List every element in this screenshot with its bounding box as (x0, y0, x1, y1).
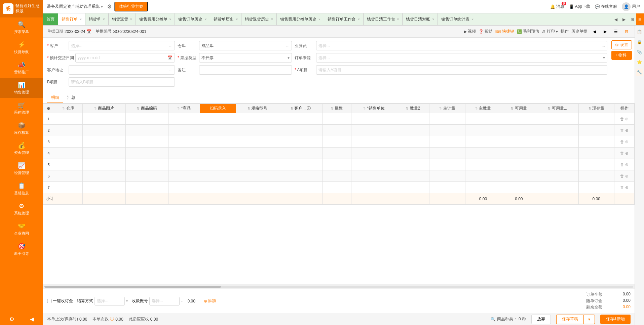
table-cell[interactable] (323, 148, 351, 159)
row-copy-icon[interactable]: ⊕ (625, 185, 629, 190)
tab-sales-invoice-history[interactable]: 销货单历史 × (210, 13, 241, 25)
th-avail-qty[interactable]: ⇅ 可用量 (501, 104, 537, 113)
table-cell[interactable] (578, 182, 614, 193)
right-panel-btn-5[interactable]: 🔧 (636, 69, 643, 76)
history-button[interactable]: 历史单据 (571, 29, 588, 34)
table-cell[interactable] (200, 170, 236, 182)
user-menu[interactable]: 👤 用户 (622, 2, 640, 11)
table-cell[interactable] (537, 136, 578, 148)
th-customer-code[interactable]: ⇅ 客户... ⓘ (279, 104, 323, 113)
table-cell[interactable] (279, 170, 323, 182)
th-warehouse[interactable]: ⇅ 仓库 (54, 104, 83, 113)
table-cell[interactable] (168, 182, 200, 193)
th-sales-unit[interactable]: ⇅ *销售单位 (351, 104, 397, 113)
tab-close-sales-stats[interactable]: × (471, 17, 473, 21)
table-cell[interactable] (168, 136, 200, 148)
table-cell[interactable] (279, 113, 323, 125)
tab-sales-order-history[interactable]: 销售订单历史 × (175, 13, 210, 25)
settle-method-input[interactable]: 选择... (94, 297, 125, 306)
table-cell[interactable] (200, 136, 236, 148)
table-cell[interactable] (236, 113, 279, 125)
table-cell[interactable] (465, 113, 501, 125)
table-cell[interactable] (501, 182, 537, 193)
table-cell[interactable] (168, 113, 200, 125)
sidebar-item-inventory[interactable]: 📦 库存核算 (0, 118, 43, 138)
table-cell[interactable] (465, 159, 501, 170)
sidebar-logo[interactable]: 畅 畅捷通好生意 标版 (0, 0, 43, 17)
table-cell[interactable] (351, 182, 397, 193)
table-cell[interactable] (125, 113, 168, 125)
th-stock-qty[interactable]: ⇅ 现存量 (578, 104, 614, 113)
tab-sales-fee[interactable]: 销售费用分摊单 × (136, 13, 175, 25)
staff-input[interactable]: 选择... (316, 41, 607, 50)
table-cell[interactable] (83, 159, 126, 170)
tab-sales-order[interactable]: 销售订单 × (58, 13, 85, 25)
table-cell[interactable] (323, 125, 351, 136)
remark-input[interactable] (199, 65, 292, 75)
table-cell[interactable] (168, 148, 200, 159)
toolbar-next-icon[interactable]: ▶ (601, 28, 609, 36)
table-cell[interactable] (83, 148, 126, 159)
sidebar-item-marketing[interactable]: 📣 营销推广 (0, 58, 43, 78)
sidebar-item-system[interactable]: ⚙ 系统管理 (0, 199, 43, 219)
toolbar-list-icon[interactable]: ☰ (612, 28, 620, 36)
table-cell[interactable] (501, 148, 537, 159)
table-cell[interactable] (429, 113, 465, 125)
tab-summary[interactable]: 汇总 (63, 93, 79, 103)
table-cell[interactable] (200, 159, 236, 170)
table-cell[interactable] (351, 125, 397, 136)
notice-button[interactable]: 🔔 9 消息 (550, 4, 564, 9)
table-cell[interactable] (200, 125, 236, 136)
table-cell[interactable] (236, 148, 279, 159)
table-cell[interactable] (537, 148, 578, 159)
row-copy-icon[interactable]: ⊕ (625, 151, 629, 156)
table-cell[interactable] (351, 136, 397, 148)
right-panel-btn-1[interactable]: 📋 (636, 28, 643, 36)
quick-settle-checkbox-input[interactable] (47, 299, 51, 303)
table-cell[interactable] (537, 170, 578, 182)
table-cell[interactable] (578, 148, 614, 159)
table-cell[interactable] (323, 159, 351, 170)
table-cell[interactable] (578, 170, 614, 182)
table-cell[interactable] (279, 148, 323, 159)
th-qty2[interactable]: ⇅ 数量2 (397, 104, 429, 113)
table-cell[interactable] (501, 159, 537, 170)
table-cell[interactable] (236, 159, 279, 170)
add-material-button[interactable]: + 物料 (611, 51, 632, 60)
table-cell[interactable] (323, 113, 351, 125)
tab-close-sales-invoice[interactable]: × (103, 17, 105, 21)
tab-close-cash-reconcile[interactable]: × (432, 17, 434, 21)
save-draft-arrow[interactable]: ▾ (583, 315, 595, 324)
table-cell[interactable] (429, 125, 465, 136)
invoice-type-input[interactable]: 不开票 ▾ (199, 53, 292, 63)
tab-close-sales-workbench[interactable]: × (358, 17, 360, 21)
table-cell[interactable] (125, 182, 168, 193)
sidebar-collapse-icon[interactable]: ◀ (30, 316, 34, 322)
table-cell[interactable] (279, 136, 323, 148)
tab-detail[interactable]: 明细 (47, 93, 63, 103)
discard-button[interactable]: 放弃 (531, 315, 551, 324)
bank-account-input[interactable]: 选择... (149, 297, 180, 306)
table-cell[interactable] (578, 136, 614, 148)
row-delete-icon[interactable]: 🗑 (620, 162, 624, 167)
row-delete-icon[interactable]: 🗑 (620, 174, 624, 178)
table-cell[interactable] (397, 125, 429, 136)
table-cell[interactable] (236, 136, 279, 148)
add-account-button[interactable]: ⊕ 添加 (204, 298, 216, 304)
table-cell[interactable] (168, 159, 200, 170)
table-cell[interactable] (236, 182, 279, 193)
table-cell[interactable] (54, 182, 83, 193)
sidebar-item-business[interactable]: 📈 经营管理 (0, 159, 43, 179)
table-cell[interactable] (537, 125, 578, 136)
th-product-img[interactable]: ⇅ 商品图片 (83, 104, 126, 113)
sidebar-item-finance[interactable]: 💰 资金管理 (0, 138, 43, 159)
table-cell[interactable] (351, 113, 397, 125)
table-cell[interactable] (397, 159, 429, 170)
table-cell[interactable] (168, 125, 200, 136)
tab-home[interactable]: 首页 (43, 13, 58, 25)
tab-cash-workbench[interactable]: 钱货日清工作台 × (364, 13, 403, 25)
sidebar-settings-icon[interactable]: ⚙ (9, 316, 14, 322)
table-cell[interactable] (279, 159, 323, 170)
tab-sales-stats[interactable]: 销售订单统计表 × (438, 13, 477, 25)
sidebar-item-nav[interactable]: ⚡ 快捷导航 (0, 38, 43, 58)
